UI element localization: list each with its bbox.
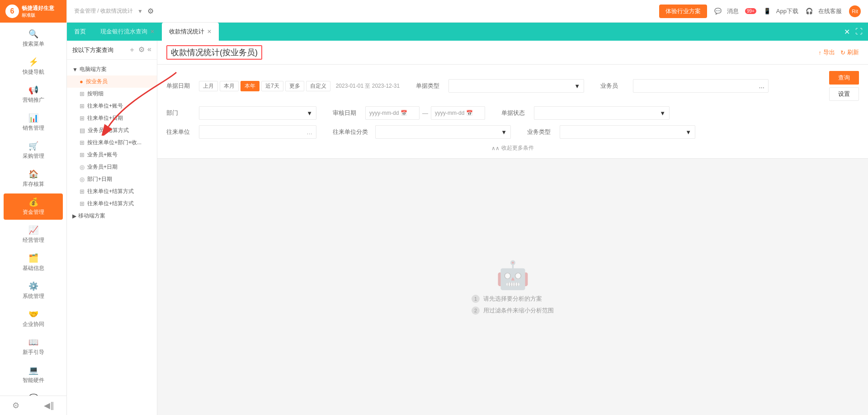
sidebar-item-sales[interactable]: 📊 销售管理 — [0, 108, 66, 137]
sidebar-item-quicknav[interactable]: ⚡ 快捷导航 — [0, 52, 66, 80]
salesperson-more-btn[interactable]: … — [759, 83, 764, 90]
add-scheme-btn[interactable]: ＋ — [128, 45, 136, 55]
review-date-group: yyyy-mm-dd 📅 — yyyy-mm-dd 📅 — [365, 106, 485, 120]
online-service-group[interactable]: 🎧 在线客服 — [806, 7, 842, 15]
app-download-label: App下载 — [776, 7, 798, 15]
review-date-to[interactable]: yyyy-mm-dd 📅 — [431, 106, 485, 120]
tree-item-label: 往来单位+日期 — [87, 114, 123, 122]
date-btn-this-year[interactable]: 本年 — [241, 81, 259, 91]
tree-item-partner-settlement1[interactable]: ⊞ 往来单位+结算方式 — [67, 185, 157, 198]
tab-home-label: 首页 — [74, 28, 86, 36]
tab-bank-flow-close[interactable]: ✕ — [150, 28, 155, 35]
refresh-label: 刷新 — [847, 48, 859, 57]
tree-item-salesperson-date[interactable]: ◎ 业务员+日期 — [67, 161, 157, 173]
tree-item-partner-dept[interactable]: ⊞ 按往来单位+部门+收... — [67, 137, 157, 149]
partner-select[interactable]: … — [199, 125, 316, 139]
calendar-from-icon[interactable]: 📅 — [401, 110, 407, 116]
export-label: 导出 — [823, 48, 835, 57]
sidebar-item-label: 搜索菜单 — [23, 40, 44, 48]
purchase-icon: 🛒 — [28, 141, 38, 151]
date-btn-more[interactable]: 更多 — [285, 81, 304, 91]
sidebar-item-marketing[interactable]: 📢 营销推广 — [0, 80, 66, 108]
main-area: 资金管理 / 收款情况统计 ▼ ⚙ 体验行业方案 💬 消息 99+ 📱 App下… — [67, 0, 868, 415]
export-icon: ↑ — [819, 49, 822, 56]
message-label: 消息 — [727, 7, 739, 15]
trial-button[interactable]: 体验行业方案 — [659, 5, 707, 18]
tree-item-partner-account[interactable]: ⊞ 往来单位+账号 — [67, 100, 157, 112]
sidebar-item-operation[interactable]: 📈 经营管理 — [0, 221, 66, 249]
tab-home[interactable]: 首页 — [67, 23, 93, 41]
refresh-btn[interactable]: ↻ 刷新 — [840, 48, 859, 57]
sidebar-item-purchase[interactable]: 🛒 采购管理 — [0, 137, 66, 165]
sidebar-item-search[interactable]: 🔍 搜索菜单 — [0, 24, 66, 52]
filter-row-1: 单据日期 上月 本月 本年 近7天 更多 自定义 2023-01-01 至 20… — [166, 71, 859, 101]
empty-hint-1: 1 请先选择要分析的方案 — [472, 295, 554, 303]
tree-item-partner-settlement2[interactable]: ⊞ 往来单位+结算方式 — [67, 198, 157, 210]
settings-gear-btn[interactable]: ⚙ — [147, 7, 154, 15]
partner-label: 往来单位 — [166, 128, 192, 136]
date-btn-this-month[interactable]: 本月 — [220, 81, 239, 91]
review-date-to-text: yyyy-mm-dd — [435, 110, 464, 116]
tree-section-mobile-header[interactable]: ▶ 移动端方案 — [67, 210, 157, 222]
date-btn-last-month[interactable]: 上月 — [199, 81, 218, 91]
review-date-from[interactable]: yyyy-mm-dd 📅 — [365, 106, 420, 120]
tab-collection-stats-close[interactable]: ✕ — [207, 28, 212, 35]
system-icon: ⚙️ — [28, 281, 38, 291]
voucher-type-select[interactable]: ▼ — [448, 79, 584, 93]
sidebar-item-guide[interactable]: 📖 新手引导 — [0, 333, 66, 361]
salesperson-date-icon: ◎ — [80, 164, 85, 170]
export-btn[interactable]: ↑ 导出 — [819, 48, 835, 57]
collapse-filter-btn[interactable]: ∧∧ 收起更多条件 — [166, 144, 859, 152]
breadcrumb-arrow[interactable]: ▼ — [137, 8, 143, 14]
message-icon: 💬 — [714, 8, 722, 14]
date-btn-custom[interactable]: 自定义 — [306, 81, 330, 91]
tree-item-by-salesperson[interactable]: ● 按业务员 — [67, 75, 157, 88]
tree-item-by-detail[interactable]: ⊞ 按明细 — [67, 88, 157, 100]
close-window-btn[interactable]: ✕ — [844, 28, 850, 36]
maximize-btn[interactable]: ⛶ — [855, 28, 863, 36]
calendar-to-icon[interactable]: 📅 — [466, 110, 473, 116]
collapse-sidebar-btn[interactable]: ◀‖ — [44, 401, 54, 410]
business-type-label: 业务类型 — [527, 128, 552, 136]
collapse-icon: ∧∧ — [491, 145, 500, 151]
tree-item-label: 往来单位+账号 — [87, 102, 123, 110]
voucher-status-select[interactable]: ▼ — [534, 106, 670, 120]
dept-select[interactable]: ▼ — [199, 106, 316, 120]
sidebar-item-finance[interactable]: 💰 资金管理 — [4, 193, 63, 220]
sidebar-item-hardware[interactable]: 💻 智能硬件 — [0, 361, 66, 389]
tree-item-partner-date[interactable]: ⊞ 往来单位+日期 — [67, 112, 157, 124]
sidebar-item-inventory[interactable]: 🏠 库存核算 — [0, 165, 66, 193]
query-button[interactable]: 查询 — [829, 71, 859, 85]
partner-category-select[interactable]: ▼ — [375, 125, 511, 139]
collapse-panel-btn[interactable]: « — [147, 45, 151, 55]
sidebar-item-basic-info[interactable]: 🗂️ 基础信息 — [0, 249, 66, 277]
sidebar-item-wechat[interactable]: 💬 企业微信 — [0, 389, 66, 396]
sidebar-item-collab[interactable]: 🤝 企业协同 — [0, 305, 66, 333]
sidebar-item-system[interactable]: ⚙️ 系统管理 — [0, 277, 66, 305]
settings-bottom-btn[interactable]: ⚙ — [12, 401, 19, 410]
tab-collection-stats[interactable]: 收款情况统计 ✕ — [162, 23, 219, 41]
marketing-icon: 📢 — [28, 85, 38, 95]
salesperson-select[interactable]: … — [633, 79, 769, 93]
date-btn-7days[interactable]: 近7天 — [261, 81, 283, 91]
tab-bank-flow[interactable]: 现金银行流水查询 ✕ — [93, 23, 162, 41]
user-group[interactable]: Rit — [849, 5, 861, 17]
tab-collection-stats-label: 收款情况统计 — [169, 28, 204, 36]
tree-section-pc-header[interactable]: ▼ 电脑端方案 — [67, 63, 157, 75]
tree-item-dept-date[interactable]: ◎ 部门+日期 — [67, 173, 157, 185]
dept-date-icon: ◎ — [80, 176, 85, 183]
appdownload-group[interactable]: 📱 App下载 — [764, 7, 798, 15]
date-label: 单据日期 — [166, 82, 192, 90]
settings-scheme-btn[interactable]: ⚙ — [138, 45, 145, 55]
sidebar-item-label: 采购管理 — [23, 152, 44, 160]
settings-button[interactable]: 设置 — [829, 87, 859, 101]
detail-icon: ⊞ — [80, 90, 85, 97]
active-scheme-icon: ● — [80, 78, 83, 85]
date-separator: — — [422, 110, 428, 117]
message-group[interactable]: 💬 消息 99+ — [714, 7, 756, 15]
partner-dots[interactable]: … — [307, 129, 312, 136]
tree-item-salesperson-settlement[interactable]: ▤ 业务员+结算方式 — [67, 124, 157, 137]
business-type-select[interactable]: ▼ — [560, 125, 695, 139]
expand-arrow: ▼ — [72, 66, 78, 73]
tree-item-salesperson-account[interactable]: ⊞ 业务员+账号 — [67, 149, 157, 161]
